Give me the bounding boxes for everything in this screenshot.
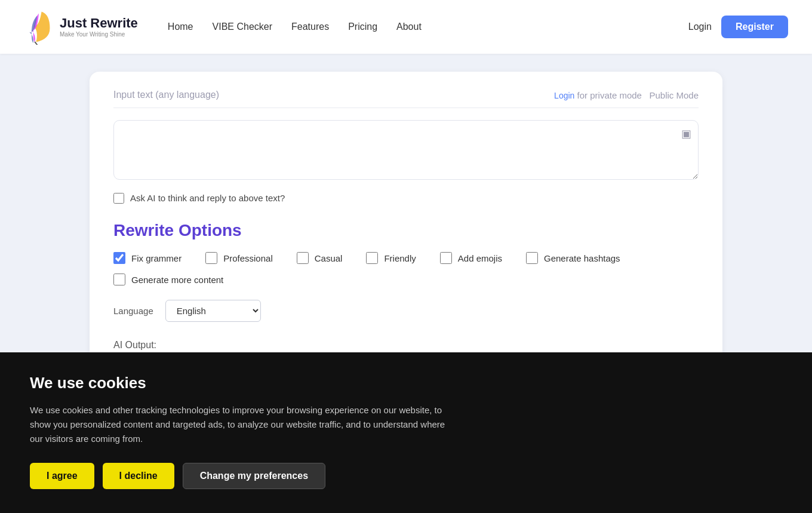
cookie-change-prefs-button[interactable]: Change my preferences <box>183 463 325 489</box>
language-select[interactable]: English Spanish French German Italian Po… <box>165 300 261 322</box>
header: Just Rewrite Make Your Writing Shine Hom… <box>0 0 812 54</box>
private-mode-notice: Login for private mode Public Mode <box>554 90 699 100</box>
checkbox-fix-grammer[interactable] <box>113 252 125 264</box>
options-grid: Fix grammer Professional Casual Friendly… <box>113 252 699 285</box>
paste-icon: ▣ <box>681 127 691 140</box>
login-button[interactable]: Login <box>688 21 712 32</box>
option-generate-hashtags: Generate hashtags <box>526 252 620 264</box>
checkbox-generate-hashtags[interactable] <box>526 252 538 264</box>
logo-main-text: Just Rewrite <box>60 16 138 30</box>
private-suffix: for private mode <box>574 90 642 100</box>
label-professional: Professional <box>223 253 273 263</box>
checkbox-add-emojis[interactable] <box>440 252 452 264</box>
language-label: Language <box>113 305 153 317</box>
ai-think-checkbox[interactable] <box>113 193 124 204</box>
label-generate-more: Generate more content <box>131 275 223 285</box>
label-fix-grammer: Fix grammer <box>131 253 182 263</box>
input-label: Input text (any language) <box>113 90 219 100</box>
nav-home[interactable]: Home <box>168 21 193 32</box>
checkbox-professional[interactable] <box>205 252 217 264</box>
card-top-row: Input text (any language) Login for priv… <box>113 90 699 100</box>
label-generate-hashtags: Generate hashtags <box>544 253 620 263</box>
option-friendly: Friendly <box>366 252 416 264</box>
label-casual: Casual <box>315 253 343 263</box>
nav-features[interactable]: Features <box>291 21 329 32</box>
cookie-agree-button[interactable]: I agree <box>30 463 94 489</box>
option-casual: Casual <box>297 252 343 264</box>
svg-line-0 <box>35 42 38 45</box>
cookie-buttons: I agree I decline Change my preferences <box>30 463 782 489</box>
option-generate-more: Generate more content <box>113 274 223 285</box>
private-login-link[interactable]: Login <box>554 91 574 100</box>
language-row: Language English Spanish French German I… <box>113 300 699 322</box>
checkbox-friendly[interactable] <box>366 252 378 264</box>
label-friendly: Friendly <box>384 253 416 263</box>
divider <box>113 107 699 108</box>
public-mode-label: Public Mode <box>649 90 699 100</box>
logo-sub-text: Make Your Writing Shine <box>60 31 138 38</box>
logo-link[interactable]: Just Rewrite Make Your Writing Shine <box>24 9 138 45</box>
nav-pricing[interactable]: Pricing <box>348 21 377 32</box>
logo-icon <box>24 9 54 45</box>
text-area-wrapper: ▣ <box>113 120 699 182</box>
register-button[interactable]: Register <box>721 16 788 38</box>
ai-think-row: Ask AI to think and reply to above text? <box>113 192 699 204</box>
nav-about[interactable]: About <box>396 21 422 32</box>
option-professional: Professional <box>205 252 273 264</box>
option-add-emojis: Add emojis <box>440 252 502 264</box>
cookie-body: We use cookies and other tracking techno… <box>30 403 448 446</box>
cookie-banner: We use cookies We use cookies and other … <box>0 352 812 513</box>
ai-think-label: Ask AI to think and reply to above text? <box>130 192 285 204</box>
main-text-input[interactable] <box>113 120 699 180</box>
checkbox-casual[interactable] <box>297 252 309 264</box>
label-add-emojis: Add emojis <box>458 253 502 263</box>
rewrite-options-title: Rewrite Options <box>113 221 699 240</box>
cookie-decline-button[interactable]: I decline <box>103 463 174 489</box>
option-fix-grammer: Fix grammer <box>113 252 182 264</box>
main-nav: Home VIBE Checker Features Pricing About <box>168 21 688 32</box>
cookie-title: We use cookies <box>30 374 782 392</box>
header-actions: Login Register <box>688 16 788 38</box>
output-label: AI Output: <box>113 340 699 351</box>
checkbox-generate-more[interactable] <box>113 274 125 285</box>
nav-vibe-checker[interactable]: VIBE Checker <box>213 21 272 32</box>
